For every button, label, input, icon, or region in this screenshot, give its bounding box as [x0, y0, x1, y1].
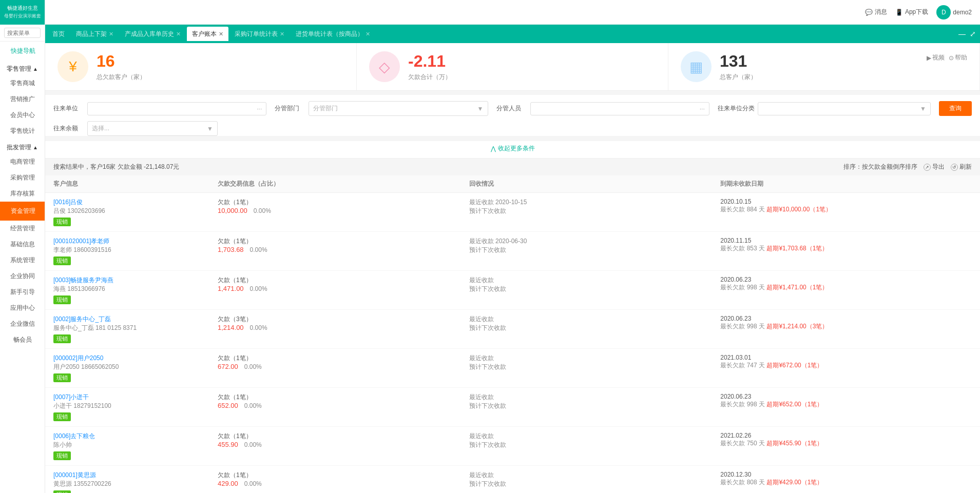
sidebar-item-marketing[interactable]: 营销推广 [0, 91, 45, 107]
overdue-amount-1[interactable]: 超期¥1,703.68（1笔） [766, 245, 828, 252]
sidebar-item-operation[interactable]: 经营管理 [0, 221, 45, 236]
debt-amount-6: 455.90 [218, 441, 238, 448]
collection-info-7: 最近收款 预计下次收款 [469, 471, 721, 488]
sidebar-item-wholesale[interactable]: 批发管理 ▲ [0, 139, 45, 154]
query-button[interactable]: 查询 [939, 101, 972, 116]
unit-category-dropdown[interactable]: ▼ [758, 102, 931, 115]
sidebar-item-newbie[interactable]: 新手引导 [0, 284, 45, 300]
sidebar-item-purchase[interactable]: 采购管理 [0, 170, 45, 186]
collection-info-0: 最近收款 2020-10-15 预计下次收款 [469, 198, 721, 215]
tab-product-status[interactable]: 商品上下架 ✕ [71, 27, 119, 41]
result-actions: 排序：按欠款金额倒序排序 ↗ 导出 ↺ 刷新 [843, 163, 972, 171]
department-dropdown[interactable]: 分管部门 ▼ [309, 101, 488, 116]
tab-home[interactable]: 首页 [47, 27, 70, 41]
customer-name-7[interactable]: [000001]黄思源 [53, 471, 96, 479]
export-button[interactable]: ↗ 导出 [924, 163, 945, 171]
filter-unit-category: 往来单位分类 ▼ [718, 102, 931, 115]
tab-purchase-order-close[interactable]: ✕ [280, 31, 284, 37]
customer-phone-0: 吕俊 13026203696 [53, 207, 218, 215]
video-button[interactable]: ▶ 视频 [927, 53, 945, 62]
chevron-down-icon-cat: ▼ [920, 105, 926, 112]
tab-expand-button[interactable]: ⤢ [970, 30, 976, 38]
stats-bar: ¥ 16 总欠款客户（家） ◇ -2.11 欠款合计（万） ▦ 131 总客户（… [45, 43, 980, 91]
debt-amount-2: 1,471.00 [218, 285, 244, 292]
customer-info-5: [0007]小迸干 小迸干 18279152100 现销 [53, 393, 218, 421]
customer-info-3: [0002]服务中心_丁磊 服务中心_丁磊 181 0125 8371 现销 [53, 315, 218, 343]
collection-info-6: 最近收款 预计下次收款 [469, 432, 721, 449]
next-collect-6: 预计下次收款 [469, 441, 721, 449]
sort-label[interactable]: 排序：按欠款金额倒序排序 [843, 163, 917, 171]
sidebar-item-inventory[interactable]: 库存核算 [0, 186, 45, 202]
tab-purchase-order-label: 采购订单统计表 [235, 30, 278, 38]
download-icon: 📱 [895, 9, 903, 16]
customer-info-1: [0001020001]孝老师 李老师 18600391516 现销 [53, 237, 218, 265]
sidebar-item-member[interactable]: 会员中心 [0, 107, 45, 123]
tab-inbound-stats-close[interactable]: ✕ [366, 31, 370, 37]
user-menu[interactable]: D demo2 [936, 5, 972, 19]
sidebar-item-enterprise[interactable]: 企业协同 [0, 268, 45, 284]
sidebar-item-system[interactable]: 系统管理 [0, 252, 45, 268]
customer-name-4[interactable]: [000002]用户2050 [53, 354, 103, 362]
debt-count-6: 欠款（1笔） [218, 432, 469, 441]
filter-source-unit: 往来单位 ··· [53, 102, 266, 115]
tab-purchase-order[interactable]: 采购订单统计表 ✕ [229, 27, 290, 41]
balance-dropdown[interactable]: 选择... ▼ [87, 121, 218, 136]
customer-phone-1: 李老师 18600391516 [53, 246, 218, 254]
manager-input[interactable]: ··· [530, 102, 709, 115]
filter-manager: 分管人员 ··· [496, 102, 709, 115]
customer-name-0[interactable]: [0016]吕俊 [53, 199, 83, 206]
refresh-button[interactable]: ↺ 刷新 [951, 163, 972, 171]
overdue-amount-3[interactable]: 超期¥1,214.00（3笔） [766, 323, 828, 330]
overdue-amount-7[interactable]: 超期¥429.00（1笔） [766, 479, 823, 486]
tab-customer-account-close[interactable]: ✕ [219, 31, 223, 37]
help-button[interactable]: ⊙ 帮助 [949, 53, 967, 62]
tab-product-history-close[interactable]: ✕ [176, 31, 181, 37]
customer-name-3[interactable]: [0002]服务中心_丁磊 [53, 315, 111, 323]
overdue-amount-6[interactable]: 超期¥455.90（1笔） [766, 440, 823, 447]
help-label: 帮助 [955, 53, 967, 62]
overdue-amount-2[interactable]: 超期¥1,471.00（1笔） [766, 284, 828, 291]
menu-search-area [0, 25, 45, 42]
sidebar-item-retail[interactable]: 零售管理 ▲ [0, 61, 45, 75]
message-button[interactable]: 💬 消息 [865, 8, 887, 16]
stat-value-total-customers: 131 [720, 52, 918, 71]
sidebar-item-retail-mall[interactable]: 零售商城 [0, 75, 45, 91]
sidebar-item-quick-nav[interactable]: 快捷导航 [0, 42, 45, 61]
customer-name-2[interactable]: [0003]畅捷服务尹海燕 [53, 277, 113, 284]
tab-inbound-stats[interactable]: 进货单统计表（按商品） ✕ [291, 27, 375, 41]
sidebar-item-retail-stats[interactable]: 零售统计 [0, 123, 45, 139]
customer-name-1[interactable]: [0001020001]孝老师 [53, 238, 109, 245]
sidebar-item-apps[interactable]: 应用中心 [0, 300, 45, 316]
customer-info-6: [0006]去下粮仓 陈小帅 现销 [53, 432, 218, 460]
overdue-amount-4[interactable]: 超期¥672.00（1笔） [766, 362, 823, 369]
debt-ratio-7: 0.00% [244, 480, 262, 487]
sidebar-item-basic[interactable]: 基础信息 [0, 236, 45, 252]
customer-phone-5: 小迸干 18279152100 [53, 402, 218, 410]
tab-customer-account-label: 客户账本 [192, 30, 217, 38]
sidebar-item-wecom[interactable]: 企业微信 [0, 316, 45, 332]
table-row: [0006]去下粮仓 陈小帅 现销 欠款（1笔） 455.90 0.00% 最近… [45, 427, 980, 466]
sidebar-item-vip[interactable]: 畅会员 [0, 332, 45, 348]
tab-minimize-button[interactable]: — [958, 30, 966, 38]
filter-row-1: 往来单位 ··· 分管部门 分管部门 ▼ 分管人员 ··· [53, 101, 972, 116]
overdue-amount-0[interactable]: 超期¥10,000.00（1笔） [766, 206, 832, 213]
video-icon: ▶ [927, 54, 931, 62]
tab-product-status-close[interactable]: ✕ [109, 31, 113, 37]
collapse-button[interactable]: ⋀ 收起更多条件 [45, 141, 980, 159]
customer-name-5[interactable]: [0007]小迸干 [53, 393, 89, 401]
customer-name-6[interactable]: [0006]去下粮仓 [53, 432, 95, 440]
tab-product-history[interactable]: 产成品入库单历史 ✕ [120, 27, 186, 41]
tab-customer-account[interactable]: 客户账本 ✕ [187, 27, 228, 41]
due-info-1: 2020.11.15 最长欠款 853 天 超期¥1,703.68（1笔） [720, 237, 972, 253]
debt-info-5: 欠款（1笔） 652.00 0.00% [218, 393, 469, 409]
overdue-amount-5[interactable]: 超期¥652.00（1笔） [766, 401, 823, 408]
sidebar-item-finance[interactable]: 资金管理 [0, 202, 45, 221]
debt-ratio-2: 0.00% [250, 285, 267, 292]
due-date-2: 2020.06.23 [720, 276, 972, 283]
last-collect-5: 最近收款 [469, 393, 721, 402]
app-download-button[interactable]: 📱 App下载 [895, 8, 928, 16]
sidebar-item-ecommerce[interactable]: 电商管理 [0, 154, 45, 170]
menu-search-input[interactable] [4, 28, 41, 38]
source-unit-input[interactable]: ··· [87, 102, 266, 115]
due-info-6: 2021.02.26 最长欠款 750 天 超期¥455.90（1笔） [720, 432, 972, 448]
